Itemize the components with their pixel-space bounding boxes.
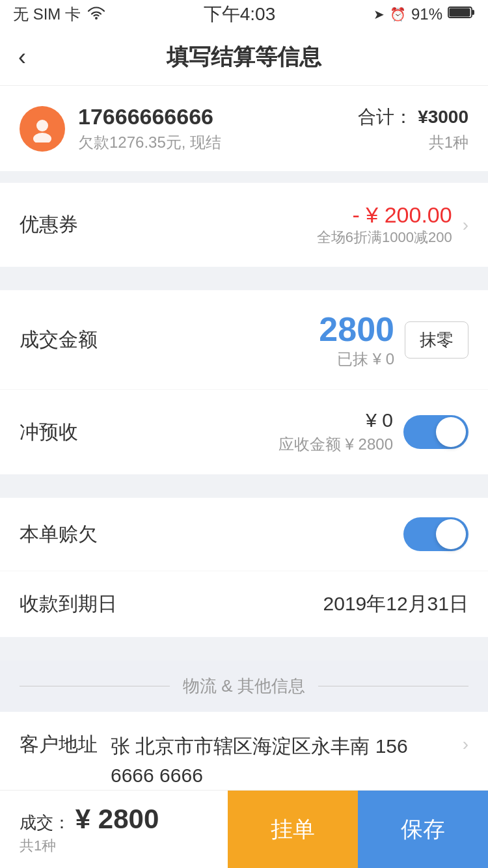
customer-left: 17666666666 欠款1276.35元, 现结 [20, 104, 221, 153]
debt-toggle-knob [436, 519, 466, 549]
page-title: 填写结算等信息 [167, 42, 321, 72]
bottom-count: 共1种 [20, 836, 208, 856]
logistics-header-text: 物流 & 其他信息 [170, 675, 318, 698]
customer-info: 17666666666 欠款1276.35元, 现结 [78, 104, 221, 153]
coupon-amount: - ¥ 200.00 [317, 202, 452, 228]
alarm-icon: ⏰ [390, 7, 406, 22]
divider-2 [0, 486, 488, 498]
customer-sub-text: 欠款1276.35元, 现结 [78, 132, 221, 153]
total-amount: ¥3000 [418, 107, 468, 127]
status-time: 下午4:03 [204, 2, 276, 27]
bottom-deal-line: 成交： ¥ 2800 [20, 804, 208, 835]
debt-section: 本单赊欠 收款到期日 2019年12月31日 [0, 498, 488, 637]
customer-card: 17666666666 欠款1276.35元, 现结 合计： ¥3000 共1种 [0, 86, 488, 171]
prepayment-label: 冲预收 [20, 419, 78, 446]
save-button[interactable]: 保存 [358, 791, 488, 869]
deal-section: 成交金额 2800 已抹 ¥ 0 抹零 冲预收 ¥ 0 应收金额 ¥ 2800 [0, 290, 488, 474]
wifi-icon [87, 5, 105, 23]
coupon-label: 优惠券 [20, 211, 78, 238]
debt-toggle[interactable] [403, 517, 468, 551]
prepayment-row: 冲预收 ¥ 0 应收金额 ¥ 2800 [0, 390, 488, 474]
prepayment-amount: ¥ 0 [278, 409, 393, 431]
coupon-chevron: › [463, 215, 468, 236]
save-button-label: 保存 [401, 815, 445, 845]
status-left: 无 SIM 卡 [13, 4, 105, 25]
status-bar: 无 SIM 卡 下午4:03 ➤ ⏰ 91% [0, 0, 488, 29]
customer-right: 合计： ¥3000 共1种 [358, 105, 468, 153]
svg-rect-2 [450, 8, 470, 17]
debt-right [403, 517, 468, 551]
due-date-row: 收款到期日 2019年12月31日 [0, 571, 488, 637]
coupon-right: - ¥ 200.00 全场6折满1000减200 › [317, 202, 468, 247]
sim-label: 无 SIM 卡 [13, 4, 81, 25]
nav-bar: ‹ 填写结算等信息 [0, 29, 488, 86]
prepayment-amount-block: ¥ 0 应收金额 ¥ 2800 [278, 409, 393, 455]
content: 17666666666 欠款1276.35元, 现结 合计： ¥3000 共1种… [0, 86, 488, 868]
coupon-section: 优惠券 - ¥ 200.00 全场6折满1000减200 › [0, 183, 488, 267]
divider-3 [0, 649, 488, 660]
round-button[interactable]: 抹零 [405, 321, 468, 359]
deal-amount-value: 2800 [319, 310, 394, 349]
address-value: 张 北京市市辖区海淀区永丰南 156 6666 6666 [111, 731, 456, 790]
svg-point-4 [33, 133, 51, 142]
avatar [20, 106, 65, 152]
status-right: ➤ ⏰ 91% [373, 5, 475, 23]
header-line-left [20, 686, 170, 686]
svg-point-3 [36, 120, 48, 131]
coupon-row[interactable]: 优惠券 - ¥ 200.00 全场6折满1000减200 › [0, 183, 488, 267]
toggle-knob [436, 417, 466, 447]
due-date-value: 2019年12月31日 [323, 591, 468, 617]
debt-label: 本单赊欠 [20, 521, 98, 548]
bottom-deal-label: 成交： [20, 813, 70, 832]
pending-button[interactable]: 挂单 [228, 791, 358, 869]
bottom-summary: 成交： ¥ 2800 共1种 [0, 804, 228, 856]
battery-icon [448, 5, 475, 23]
bottom-deal-amount: ¥ 2800 [75, 804, 159, 834]
prepayment-toggle[interactable] [403, 415, 468, 449]
divider-1 [0, 278, 488, 290]
total-line: 合计： ¥3000 [358, 105, 468, 129]
deal-amount-label: 成交金额 [20, 327, 98, 353]
deal-amount-row: 成交金额 2800 已抹 ¥ 0 抹零 [0, 290, 488, 390]
location-icon: ➤ [373, 7, 385, 22]
address-chevron: › [463, 734, 468, 755]
battery-percent: 91% [411, 5, 442, 23]
debt-row: 本单赊欠 [0, 498, 488, 571]
logistics-section-header: 物流 & 其他信息 [0, 660, 488, 712]
bottom-bar: 成交： ¥ 2800 共1种 挂单 保存 [0, 790, 488, 868]
total-count: 共1种 [358, 132, 468, 153]
customer-phone: 17666666666 [78, 104, 221, 129]
deal-amount-sub: 已抹 ¥ 0 [319, 349, 394, 370]
pending-button-label: 挂单 [271, 815, 315, 845]
header-line-right [318, 686, 468, 686]
back-button[interactable]: ‹ [18, 44, 26, 71]
deal-amount-block: 2800 已抹 ¥ 0 [319, 310, 394, 370]
svg-rect-1 [472, 10, 474, 15]
deal-amount-right: 2800 已抹 ¥ 0 抹零 [319, 310, 468, 370]
total-label: 合计： [358, 107, 413, 127]
address-label: 客户地址 [20, 731, 98, 758]
prepayment-sub: 应收金额 ¥ 2800 [278, 434, 393, 455]
prepayment-right: ¥ 0 应收金额 ¥ 2800 [278, 409, 468, 455]
coupon-amount-block: - ¥ 200.00 全场6折满1000减200 [317, 202, 452, 247]
due-date-label: 收款到期日 [20, 591, 117, 617]
coupon-sub: 全场6折满1000减200 [317, 228, 452, 247]
